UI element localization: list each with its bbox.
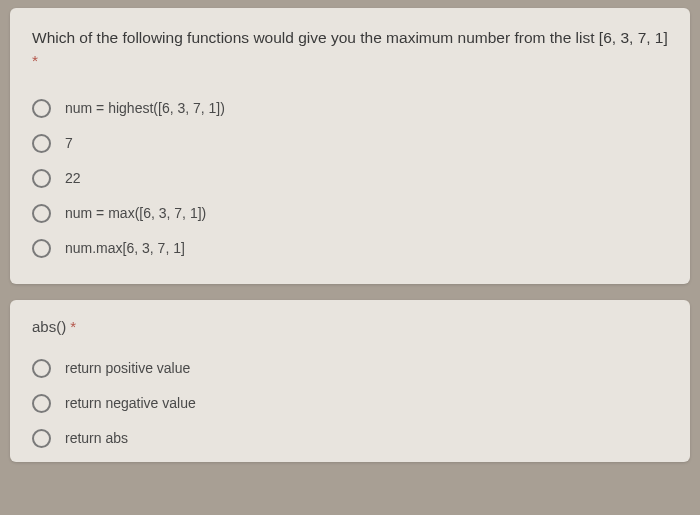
required-asterisk: * — [70, 318, 76, 335]
radio-icon — [32, 204, 51, 223]
q2-option-1[interactable]: return positive value — [32, 351, 668, 386]
option-label: return positive value — [65, 360, 190, 376]
q2-option-3[interactable]: return abs — [32, 421, 668, 456]
option-label: num = highest([6, 3, 7, 1]) — [65, 100, 225, 116]
q1-option-4[interactable]: num = max([6, 3, 7, 1]) — [32, 196, 668, 231]
question-1-prompt: Which of the following functions would g… — [32, 29, 668, 46]
question-2-prompt: abs() — [32, 318, 70, 335]
radio-icon — [32, 169, 51, 188]
q1-option-5[interactable]: num.max[6, 3, 7, 1] — [32, 231, 668, 266]
radio-icon — [32, 99, 51, 118]
option-label: num = max([6, 3, 7, 1]) — [65, 205, 206, 221]
radio-icon — [32, 359, 51, 378]
question-card-2: abs() * return positive value return neg… — [10, 300, 690, 462]
option-label: return abs — [65, 430, 128, 446]
q1-option-3[interactable]: 22 — [32, 161, 668, 196]
option-label: num.max[6, 3, 7, 1] — [65, 240, 185, 256]
question-1-text: Which of the following functions would g… — [32, 26, 668, 73]
radio-icon — [32, 134, 51, 153]
option-label: 22 — [65, 170, 81, 186]
required-asterisk: * — [32, 52, 38, 69]
question-card-1: Which of the following functions would g… — [10, 8, 690, 284]
radio-icon — [32, 429, 51, 448]
q1-option-2[interactable]: 7 — [32, 126, 668, 161]
q2-option-2[interactable]: return negative value — [32, 386, 668, 421]
question-2-text: abs() * — [32, 318, 668, 335]
radio-icon — [32, 394, 51, 413]
q1-option-1[interactable]: num = highest([6, 3, 7, 1]) — [32, 91, 668, 126]
radio-icon — [32, 239, 51, 258]
option-label: 7 — [65, 135, 73, 151]
option-label: return negative value — [65, 395, 196, 411]
